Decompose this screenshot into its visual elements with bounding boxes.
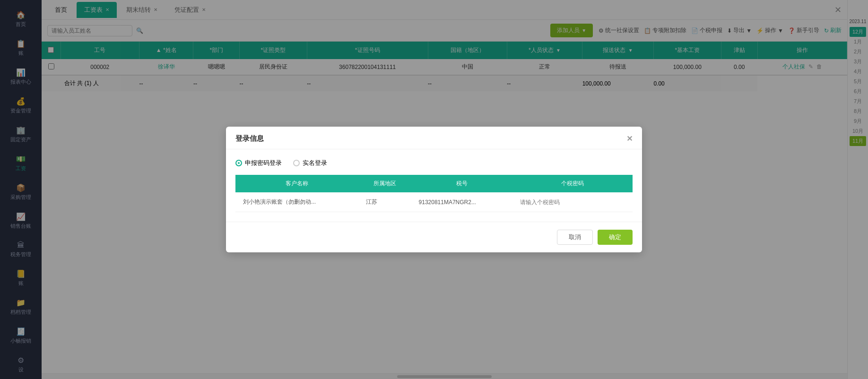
confirm-button[interactable]: 确定 <box>598 230 633 245</box>
dialog-client-name: 刘小艳演示账套（勿删勿动... <box>235 192 358 212</box>
dialog-header: 登录信息 ✕ <box>226 127 642 149</box>
password-input[interactable] <box>520 199 625 206</box>
col-client-name: 客户名称 <box>235 175 358 192</box>
cancel-button[interactable]: 取消 <box>557 230 593 245</box>
dialog-region: 江苏 <box>358 192 411 212</box>
radio-group: 申报密码登录 实名登录 <box>235 159 633 167</box>
dialog-tax-no: 91320811MA7NGR2... <box>411 192 512 212</box>
dialog-body: 申报密码登录 实名登录 客户名称 所属地区 税号 个税密码 <box>226 149 642 222</box>
dialog-password-field[interactable] <box>512 192 633 212</box>
col-tax-no: 税号 <box>411 175 512 192</box>
dialog-table: 客户名称 所属地区 税号 个税密码 刘小艳演示账套（勿删勿动... 江苏 913… <box>235 175 633 212</box>
dialog-overlay: 登录信息 ✕ 申报密码登录 实名登录 客户名称 所属地区 <box>0 0 868 379</box>
dialog-title: 登录信息 <box>235 134 264 143</box>
radio-realname-icon[interactable] <box>293 160 300 166</box>
col-password: 个税密码 <box>512 175 633 192</box>
radio-password-icon[interactable] <box>235 160 242 166</box>
login-dialog: 登录信息 ✕ 申报密码登录 实名登录 客户名称 所属地区 <box>226 127 642 252</box>
radio-option-realname[interactable]: 实名登录 <box>293 159 327 167</box>
radio-option-password[interactable]: 申报密码登录 <box>235 159 282 167</box>
dialog-table-row: 刘小艳演示账套（勿删勿动... 江苏 91320811MA7NGR2... <box>235 192 633 212</box>
col-region: 所属地区 <box>358 175 411 192</box>
dialog-close-button[interactable]: ✕ <box>626 134 633 143</box>
dialog-footer: 取消 确定 <box>226 222 642 252</box>
